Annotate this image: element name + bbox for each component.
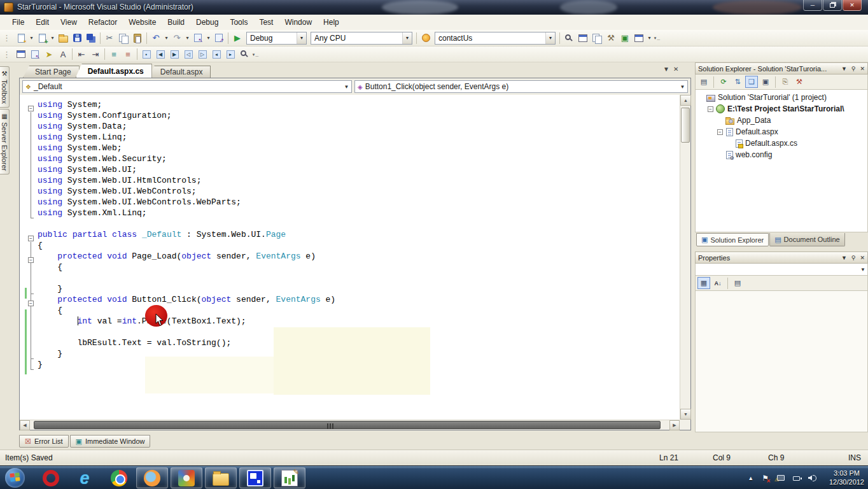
dropdown-arrow-icon[interactable]: ▾ bbox=[163, 32, 170, 45]
types-combo[interactable]: ❖ _Default ▼ bbox=[22, 80, 352, 93]
close-document-icon[interactable]: ✕ bbox=[673, 66, 678, 73]
tab-start-page[interactable]: Start Page bbox=[23, 66, 80, 78]
code-line-3[interactable]: using System.Data; bbox=[38, 121, 127, 132]
fold-toggle-icon[interactable]: − bbox=[28, 257, 34, 263]
window-position-icon[interactable]: ▼ bbox=[841, 66, 847, 72]
close-icon[interactable]: ✕ bbox=[860, 66, 865, 72]
previous-bookmark-doc-icon[interactable]: ◂ bbox=[209, 48, 223, 60]
add-new-item-icon[interactable] bbox=[35, 32, 49, 45]
action-center-icon[interactable]: ⚑✕ bbox=[762, 474, 769, 483]
start-button[interactable] bbox=[5, 468, 25, 488]
chevron-down-icon[interactable]: ▼ bbox=[342, 81, 351, 92]
menu-file[interactable]: File bbox=[6, 15, 30, 30]
decrease-indent-icon[interactable]: ⇤ bbox=[74, 48, 88, 60]
menu-test[interactable]: Test bbox=[253, 15, 279, 30]
solution-configurations-combo[interactable]: Debug▾ bbox=[246, 32, 307, 45]
code-pane[interactable]: −−−− using System;using System.Configura… bbox=[20, 95, 680, 420]
active-files-dropdown-icon[interactable]: ▼ bbox=[663, 66, 669, 73]
previous-bookmark-folder-icon[interactable]: ◁ bbox=[181, 48, 195, 60]
autohide-tab-server-explorer[interactable]: ▦Server Explorer bbox=[0, 109, 10, 174]
open-file-icon[interactable] bbox=[56, 32, 70, 45]
tree-expander-icon[interactable]: − bbox=[717, 129, 723, 135]
menu-build[interactable]: Build bbox=[162, 15, 190, 30]
dropdown-arrow-icon[interactable]: ▾ bbox=[646, 32, 653, 45]
property-pages-icon[interactable]: ▤ bbox=[731, 277, 744, 289]
taskbar-visual-studio-icon[interactable] bbox=[171, 467, 202, 488]
redo-icon[interactable]: ↷ bbox=[170, 32, 184, 45]
chevron-down-icon[interactable]: ▾ bbox=[402, 32, 412, 44]
taskbar-windows-explorer-icon[interactable] bbox=[205, 467, 237, 488]
parameter-info-icon[interactable] bbox=[28, 48, 42, 60]
members-combo[interactable]: ◈ Button1_Click(object sender, EventArgs… bbox=[354, 80, 688, 93]
toolbox-icon[interactable]: ⚒ bbox=[604, 32, 618, 45]
code-line-16[interactable]: { bbox=[38, 262, 62, 273]
properties-header[interactable]: Properties ▼ ⚲ ✕ bbox=[695, 252, 868, 264]
display-member-list-icon[interactable] bbox=[14, 48, 28, 60]
code-line-20[interactable]: { bbox=[38, 305, 62, 316]
code-line-23[interactable]: lbREsult.Text = val.ToString(); bbox=[38, 337, 231, 348]
close-button[interactable]: ✕ bbox=[843, 0, 862, 11]
word-completion-icon[interactable]: A bbox=[56, 48, 70, 60]
horizontal-scrollbar[interactable]: ◀ ▶ bbox=[20, 420, 680, 430]
next-bookmark-doc-icon[interactable]: ▸ bbox=[223, 48, 237, 60]
asp-net-configuration-icon[interactable]: ⚒ bbox=[793, 76, 806, 88]
increase-indent-icon[interactable]: ⇥ bbox=[88, 48, 102, 60]
scroll-right-icon[interactable]: ▶ bbox=[669, 420, 680, 430]
show-hidden-icons-icon[interactable]: ▲ bbox=[748, 475, 753, 481]
new-project-icon[interactable] bbox=[14, 32, 28, 45]
tab-default-aspx[interactable]: Default.aspx bbox=[148, 66, 211, 78]
close-icon[interactable]: ✕ bbox=[860, 255, 865, 261]
scroll-left-icon[interactable]: ◀ bbox=[20, 420, 30, 430]
taskbar-firefox-icon[interactable] bbox=[136, 467, 168, 488]
code-line-4[interactable]: using System.Linq; bbox=[38, 132, 127, 143]
fold-toggle-icon[interactable]: − bbox=[28, 301, 34, 306]
code-line-11[interactable]: using System.Xml.Linq; bbox=[38, 208, 147, 218]
menu-help[interactable]: Help bbox=[318, 15, 345, 30]
next-bookmark-folder-icon[interactable]: ▷ bbox=[195, 48, 209, 60]
refresh-icon[interactable]: ⟳ bbox=[717, 76, 730, 88]
menu-tools[interactable]: Tools bbox=[224, 15, 253, 30]
autohide-tab-toolbox[interactable]: ⚒Toolbox bbox=[0, 66, 10, 108]
tab-default-aspx-cs[interactable]: Default.aspx.cs bbox=[76, 64, 152, 78]
tool-tab-error-list[interactable]: ☒Error List bbox=[19, 435, 69, 448]
start-debugging-icon[interactable]: ▶ bbox=[230, 32, 244, 45]
tree-item-web-config[interactable]: web.config bbox=[696, 149, 867, 160]
solution-explorer-header[interactable]: Solution Explorer - Solution 'StarTurori… bbox=[695, 62, 868, 74]
code-line-5[interactable]: using System.Web; bbox=[38, 143, 122, 153]
dropdown-arrow-icon[interactable]: ▾ bbox=[28, 32, 35, 45]
code-line-10[interactable]: using System.Web.UI.WebControls.WebParts… bbox=[38, 197, 241, 208]
find-combo[interactable]: contactUs▾ bbox=[435, 32, 556, 45]
horizontal-scrollbar-thumb[interactable] bbox=[34, 421, 661, 429]
tree-item-default-aspx-cs[interactable]: Default.aspx.cs bbox=[696, 138, 867, 149]
nest-related-files-icon[interactable]: ❏ bbox=[745, 76, 758, 88]
splitter-grip[interactable] bbox=[327, 423, 335, 429]
tree-item-default-aspx[interactable]: −Default.aspx bbox=[696, 126, 867, 138]
code-line-2[interactable]: using System.Configuration; bbox=[38, 110, 172, 121]
uncomment-icon[interactable]: ≡ bbox=[121, 48, 135, 60]
properties-window-icon[interactable] bbox=[576, 32, 590, 45]
solution-platforms-combo[interactable]: Any CPU▾ bbox=[311, 32, 412, 45]
code-line-7[interactable]: using System.Web.UI; bbox=[38, 164, 137, 175]
taskbar-chrome-icon[interactable] bbox=[103, 467, 135, 488]
object-browser-icon[interactable] bbox=[590, 32, 604, 45]
navigate-backward-icon[interactable] bbox=[191, 32, 205, 45]
code-line-21[interactable]: int val =int.Parse(TextBox1.Text); bbox=[38, 316, 246, 327]
power-icon[interactable] bbox=[793, 475, 800, 481]
menu-window[interactable]: Window bbox=[279, 15, 318, 30]
tree-item-app-data[interactable]: App_Data bbox=[696, 115, 867, 126]
categorized-icon[interactable]: ▦ bbox=[697, 277, 710, 289]
navigate-forward-icon[interactable] bbox=[212, 32, 226, 45]
code-line-8[interactable]: using System.Web.UI.HtmlControls; bbox=[38, 175, 201, 186]
taskbar-display-settings-icon[interactable] bbox=[239, 467, 271, 488]
alphabetical-icon[interactable]: A↓ bbox=[711, 277, 724, 289]
code-line-9[interactable]: using System.Web.UI.WebControls; bbox=[38, 186, 197, 197]
dropdown-arrow-icon[interactable]: ▾ bbox=[205, 32, 212, 45]
code-line-19[interactable]: protected void Button1_Click(object send… bbox=[38, 294, 335, 305]
copy-icon[interactable] bbox=[116, 32, 130, 45]
vertical-scrollbar-thumb[interactable] bbox=[681, 108, 690, 143]
sync-icon[interactable]: ⇅ bbox=[731, 76, 744, 88]
minimize-button[interactable]: ─ bbox=[803, 0, 822, 11]
paste-icon[interactable] bbox=[130, 32, 144, 45]
properties-icon[interactable]: ▤ bbox=[697, 76, 710, 88]
find-in-files-icon[interactable] bbox=[562, 32, 576, 45]
